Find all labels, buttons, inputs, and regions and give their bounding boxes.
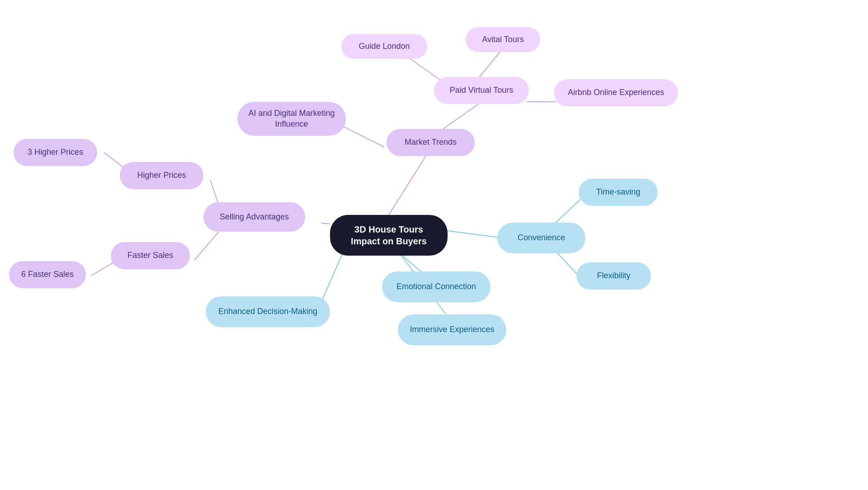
three-higher-prices-node: 3 Higher Prices (14, 139, 97, 166)
enhanced-decision-node: Enhanced Decision-Making (206, 296, 330, 327)
convenience-node: Convenience (497, 223, 585, 253)
svg-line-6 (321, 223, 330, 224)
time-saving-node: Time-saving (579, 179, 658, 206)
market-trends-node: Market Trends (387, 129, 475, 156)
faster-sales-node: Faster Sales (111, 242, 190, 269)
svg-line-0 (389, 154, 427, 215)
center-node: 3D House Tours Impact on Buyers (330, 215, 448, 256)
six-faster-sales-node: 6 Faster Sales (9, 261, 86, 288)
flexibility-node: Flexibility (576, 262, 651, 290)
immersive-experiences-node: Immersive Experiences (398, 314, 506, 345)
svg-line-9 (194, 228, 222, 260)
selling-advantages-node: Selling Advantages (203, 202, 305, 232)
emotional-connection-node: Emotional Connection (382, 271, 491, 302)
airbnb-node: Airbnb Online Experiences (554, 79, 678, 106)
higher-prices-node: Higher Prices (120, 162, 203, 189)
ai-digital-node: AI and Digital Marketing Influence (237, 102, 346, 136)
guide-london-node: Guide London (341, 34, 427, 59)
avital-tours-node: Avital Tours (466, 27, 540, 52)
paid-virtual-tours-node: Paid Virtual Tours (434, 77, 529, 104)
svg-line-5 (344, 127, 384, 147)
